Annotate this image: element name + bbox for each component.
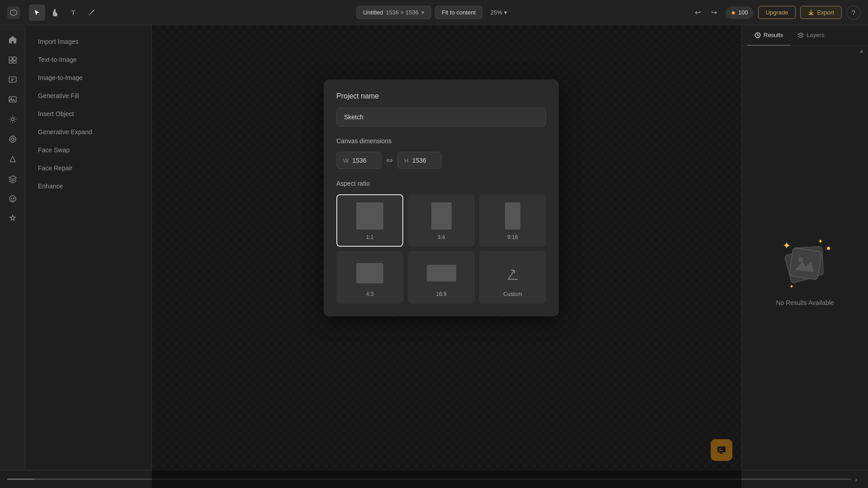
svg-rect-2 [9,61,12,63]
zoom-value: 25% [491,9,502,16]
layers-tab-label: Layers [807,32,824,38]
coin-icon: ● [731,9,736,17]
svg-rect-19 [719,448,721,449]
svg-rect-4 [9,77,16,82]
right-sidebar-tabs: Results Layers [742,25,868,46]
app-logo[interactable] [7,6,20,19]
canvas-area: Project name Canvas dimensions W ⇔ H Asp… [152,25,741,488]
aspect-ratio-label: Aspect ratio [336,180,546,187]
aspect-1-1[interactable]: 1:1 [336,194,403,247]
pen-tool-btn[interactable] [83,5,99,21]
coins-badge: ● 100 [726,6,753,19]
select-tool-btn[interactable] [29,5,45,21]
svg-point-11 [11,198,12,199]
aspect-4-3[interactable]: 4:3 [336,251,403,304]
fit-to-content-btn[interactable]: Fit to content [435,6,482,19]
topbar-center: Untitled 1536 × 1536 ▾ Fit to content 25… [356,6,512,19]
hand-tool-btn[interactable] [47,5,63,21]
project-name-label: Project name [336,92,546,100]
panel-item-insert-object[interactable]: Insert Object [29,105,148,123]
svg-rect-0 [9,57,12,60]
aspect-16-9[interactable]: 16:9 [408,251,475,304]
decoration-dot [827,247,830,250]
project-settings-modal: Project name Canvas dimensions W ⇔ H Asp… [324,80,559,316]
left-panel: Import Images Text-to-Image Image-to-Ima… [25,25,152,488]
link-dimensions-icon[interactable]: ⇔ [386,155,393,165]
expand-panel-btn[interactable]: › [851,474,861,485]
svg-rect-3 [13,61,16,63]
main-layout: Import Images Text-to-Image Image-to-Ima… [0,25,868,488]
chat-button[interactable] [711,439,732,461]
export-btn[interactable]: Export [800,6,842,19]
aspect-3-4-preview [431,202,452,230]
panel-item-text-to-image[interactable]: Text-to-Image [29,51,148,69]
settings-sidebar-btn[interactable] [4,110,22,128]
layers-sidebar-btn[interactable] [4,170,22,188]
gallery-sidebar-btn[interactable] [4,51,22,69]
home-sidebar-btn[interactable] [4,31,22,49]
panel-item-generative-fill[interactable]: Generative Fill [29,87,148,105]
panel-item-generative-expand[interactable]: Generative Expand [29,123,148,141]
image-sidebar-btn[interactable] [4,90,22,108]
svg-point-9 [11,138,14,141]
aspect-3-4[interactable]: 3:4 [408,194,475,247]
aspect-9-16-preview [505,202,520,230]
left-icon-sidebar [0,25,25,488]
zoom-level-btn[interactable]: 25% ▾ [486,6,512,19]
enhance-sidebar-btn[interactable] [4,210,22,228]
panel-item-face-swap[interactable]: Face Swap [29,141,148,159]
aspect-16-9-label: 16:9 [436,291,446,297]
width-input[interactable] [352,157,375,164]
aspect-1-1-label: 1:1 [366,234,374,240]
width-label: W [343,157,349,164]
svg-point-10 [9,196,16,202]
redo-btn[interactable]: ↪ [707,5,721,20]
star-large-icon: ✦ [783,240,791,252]
height-label: H [404,157,408,164]
canvas-dimensions-label: Canvas dimensions [336,137,546,145]
text-image-sidebar-btn[interactable] [4,70,22,89]
height-input[interactable] [412,157,435,164]
aspect-ratio-grid: 1:1 3:4 9:16 [336,194,546,304]
face-sidebar-btn[interactable] [4,190,22,208]
title-chevron-icon: ▾ [421,9,425,16]
svg-rect-20 [719,450,722,451]
aspect-9-16[interactable]: 9:16 [479,194,546,247]
aspect-16-9-preview [427,265,456,282]
no-results-area: ✦ ✦ ✦ [742,56,868,488]
undo-redo-group: ↩ ↪ [690,5,721,20]
shapes-sidebar-btn[interactable] [4,150,22,168]
panel-item-image-to-image[interactable]: Image-to-Image [29,69,148,87]
canvas-size-text: 1536 × 1536 [386,9,419,16]
card-front [788,247,821,280]
topbar: T Untitled 1536 × 1536 ▾ Fit to content … [0,0,868,25]
star-tiny-icon: ✦ [789,283,794,290]
bottom-scrollbar[interactable] [7,479,851,480]
panel-item-face-repair[interactable]: Face Repair [29,159,148,177]
tool-group: T [29,5,99,21]
aspect-4-3-label: 4:3 [366,291,374,297]
aspect-4-3-preview [356,263,383,283]
aspect-custom[interactable]: Custom [479,251,546,304]
layers-tab[interactable]: Layers [790,25,831,46]
scroll-up-btn[interactable]: ▲ [859,48,864,54]
project-name-input[interactable] [336,108,546,127]
undo-btn[interactable]: ↩ [690,5,705,20]
help-btn[interactable]: ? [846,5,861,20]
upgrade-btn[interactable]: Upgrade [758,6,796,19]
target-sidebar-btn[interactable] [4,130,22,148]
panel-item-enhance[interactable]: Enhance [29,177,148,195]
bottom-bar: › [0,470,868,488]
no-results-illustration: ✦ ✦ ✦ [778,238,832,292]
svg-point-17 [797,257,803,263]
zoom-chevron-icon: ▾ [504,9,507,16]
right-sidebar: Results Layers ▲ ✦ ✦ ✦ [741,25,868,488]
results-tab[interactable]: Results [747,25,790,46]
project-title-btn[interactable]: Untitled 1536 × 1536 ▾ [356,6,431,19]
coins-count: 100 [738,9,748,16]
svg-point-7 [11,118,14,121]
aspect-1-1-preview [356,202,383,230]
text-tool-btn[interactable]: T [65,5,81,21]
export-label: Export [817,9,834,16]
panel-item-import-images[interactable]: Import Images [29,33,148,51]
